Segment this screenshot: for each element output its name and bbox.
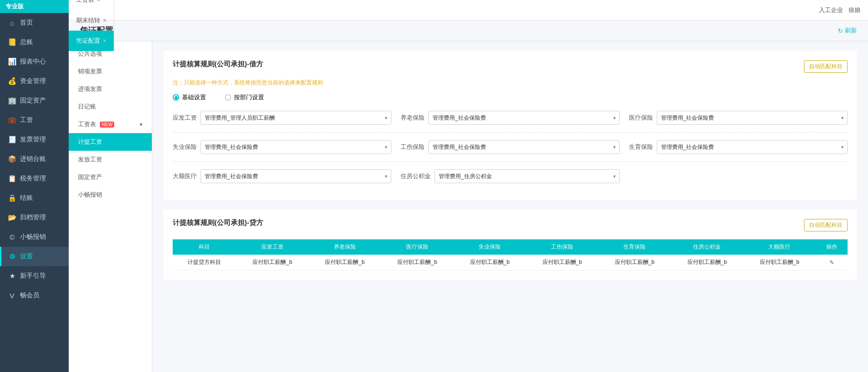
- form-select-wrapper-生育保险: [657, 140, 848, 154]
- auto-match-btn-2[interactable]: 自动匹配科目: [804, 219, 848, 231]
- sidebar-item-stock[interactable]: 📦进销台账: [0, 149, 69, 169]
- leftnav-item-purchase[interactable]: 进项发票: [69, 80, 152, 98]
- col-header-3: 医疗保险: [381, 239, 453, 255]
- cell-val-0-6: 应付职工薪酬_b: [671, 255, 743, 270]
- form-label-住房公积金: 住房公积金: [401, 172, 431, 180]
- tab-voucher[interactable]: 凭证配置×: [69, 31, 114, 51]
- form-select-医疗保险[interactable]: [657, 111, 848, 125]
- user-label: 徐娘: [849, 6, 861, 14]
- cell-val-0-2: 应付职工薪酬_b: [381, 255, 453, 270]
- report-icon: 📊: [8, 58, 16, 66]
- sidebar-label-vip: 畅会员: [20, 291, 39, 300]
- form-select-失业保险[interactable]: [201, 140, 391, 154]
- sidebar-label-report: 报表中心: [20, 58, 46, 66]
- section1-header: 计提核算规则(公司承担)-借方 自动匹配科目: [173, 60, 848, 73]
- sidebar-item-settings[interactable]: ⚙设置: [0, 247, 69, 266]
- form-item-工伤保险: 工伤保险: [401, 140, 619, 154]
- sidebar-item-report[interactable]: 📊报表中心: [0, 52, 69, 71]
- form-item-生育保险: 生育保险: [629, 140, 848, 154]
- sidebar-item-assets[interactable]: 🏢固定资产: [0, 91, 69, 110]
- invoice-icon: 🧾: [8, 135, 16, 144]
- credit-table-wrapper: 科目应发工资养老保险医疗保险失业保险工伤保险生育保险住房公积金大额医疗操作 计提…: [173, 239, 848, 270]
- leftnav-label-purchase: 进项发票: [78, 85, 102, 93]
- form-label-大额医疗: 大额医疗: [173, 172, 197, 180]
- form-label-生育保险: 生育保险: [629, 143, 653, 151]
- section2-header: 计提核算规则(公司承担)-贷方 自动匹配科目: [173, 218, 848, 232]
- settings-icon: ⚙: [8, 252, 16, 261]
- leftnav-item-fafa[interactable]: 发放工资: [69, 151, 152, 168]
- form-select-应发工资[interactable]: [201, 111, 391, 125]
- sidebar: 专业版 ⌂首页📒总账📊报表中心💰资金管理🏢固定资产💼工资🧾发票管理📦进销台账📋税…: [0, 0, 69, 372]
- sidebar-item-salary[interactable]: 💼工资: [0, 110, 69, 130]
- form-select-工伤保险[interactable]: [428, 140, 619, 154]
- form-item-失业保险: 失业保险: [173, 140, 391, 154]
- form-select-wrapper-医疗保险: [657, 111, 848, 125]
- close-icon: 🔒: [8, 194, 16, 202]
- form-item-应发工资: 应发工资: [173, 111, 391, 125]
- leftnav-item-fixedasset[interactable]: 固定资产: [69, 168, 152, 186]
- edit-icon-0[interactable]: ✎: [829, 259, 834, 266]
- leftnav-item-xiaochang2[interactable]: 小畅报销: [69, 186, 152, 204]
- col-header-5: 工伤保险: [526, 239, 598, 255]
- form-select-wrapper-应发工资: [201, 111, 391, 125]
- tab-period[interactable]: 期末结转×: [69, 10, 114, 31]
- sidebar-label-settings: 设置: [20, 252, 33, 261]
- radio-dept-label: 按部门设置: [234, 93, 264, 102]
- sidebar-item-archive[interactable]: 📂归档管理: [0, 208, 69, 227]
- tab-close-voucher[interactable]: ×: [103, 38, 106, 44]
- form-select-生育保险[interactable]: [657, 140, 848, 154]
- leftnav-item-sales[interactable]: 销项发票: [69, 63, 152, 80]
- form-select-wrapper-养老保险: [428, 111, 619, 125]
- sidebar-item-guide[interactable]: ★新手引导: [0, 266, 69, 286]
- leftnav-item-payrolltable[interactable]: 工资表NEW▾: [69, 115, 152, 133]
- tab-payroll[interactable]: 工资表×: [69, 0, 114, 10]
- sidebar-item-close[interactable]: 🔒结账: [0, 188, 69, 208]
- leftnav-label-journal: 日记账: [78, 103, 96, 111]
- home-icon: ⌂: [8, 19, 16, 27]
- sidebar-label-ledger: 总账: [20, 38, 33, 46]
- cell-edit-0[interactable]: ✎: [816, 255, 848, 270]
- sidebar-item-home[interactable]: ⌂首页: [0, 13, 69, 32]
- leftnav-item-journal[interactable]: 日记账: [69, 98, 152, 115]
- credit-table: 科目应发工资养老保险医疗保险失业保险工伤保险生育保险住房公积金大额医疗操作 计提…: [173, 239, 848, 270]
- form-select-大额医疗[interactable]: [201, 169, 391, 183]
- form-select-住房公积金[interactable]: [434, 169, 619, 183]
- leftnav-item-jiti[interactable]: 计提工资: [69, 133, 152, 151]
- leftnav-label-xiaochang2: 小畅报销: [78, 191, 102, 199]
- form-label-应发工资: 应发工资: [173, 114, 197, 122]
- cell-subject-0: 计提贷方科目: [173, 255, 236, 270]
- archive-icon: 📂: [8, 213, 16, 222]
- sidebar-item-ledger[interactable]: 📒总账: [0, 32, 69, 52]
- tab-close-period[interactable]: ×: [103, 17, 106, 24]
- cell-val-0-4: 应付职工薪酬_b: [526, 255, 598, 270]
- sidebar-item-xiaochang[interactable]: ©小畅报销: [0, 227, 69, 247]
- radio-basic[interactable]: 基础设置: [173, 93, 206, 102]
- sidebar-item-vip[interactable]: V畅会员: [0, 286, 69, 305]
- refresh-button[interactable]: ↻ 刷新: [838, 26, 857, 35]
- sidebar-label-invoice: 发票管理: [20, 135, 46, 144]
- tab-bar: 首页工资表×期末结转×凭证配置× 入工企业 徐娘: [69, 0, 868, 20]
- sidebar-item-invoice[interactable]: 🧾发票管理: [0, 130, 69, 149]
- form-select-养老保险[interactable]: [428, 111, 619, 125]
- radio-dept[interactable]: 按部门设置: [225, 93, 264, 102]
- leftnav-label-jiti: 计提工资: [78, 138, 102, 146]
- form-select-wrapper-住房公积金: [434, 169, 619, 183]
- brand-label: 专业版: [6, 2, 24, 11]
- sidebar-item-tax[interactable]: 📋税务管理: [0, 169, 69, 188]
- form-label-医疗保险: 医疗保险: [629, 114, 653, 122]
- sidebar-item-funds[interactable]: 💰资金管理: [0, 71, 69, 91]
- guide-icon: ★: [8, 272, 16, 280]
- leftnav-label-sales: 销项发票: [78, 67, 102, 76]
- auto-match-btn-1[interactable]: 自动匹配科目: [804, 60, 848, 73]
- refresh-icon: ↻: [838, 27, 843, 34]
- leftnav-label-fafa: 发放工资: [78, 155, 102, 164]
- refresh-label: 刷新: [845, 26, 857, 35]
- sidebar-label-assets: 固定资产: [20, 96, 46, 105]
- form-row-1: 失业保险 工伤保险 生育保险: [173, 140, 848, 154]
- enterprise-label: 入工企业: [819, 6, 843, 14]
- stock-icon: 📦: [8, 155, 16, 163]
- tab-close-payroll[interactable]: ×: [97, 0, 100, 3]
- form-label-失业保险: 失业保险: [173, 143, 197, 151]
- tab-label-period: 期末结转: [76, 16, 100, 25]
- section-debit: 计提核算规则(公司承担)-借方 自动匹配科目 注：只能选择一种方式，系统将按照您…: [163, 51, 857, 200]
